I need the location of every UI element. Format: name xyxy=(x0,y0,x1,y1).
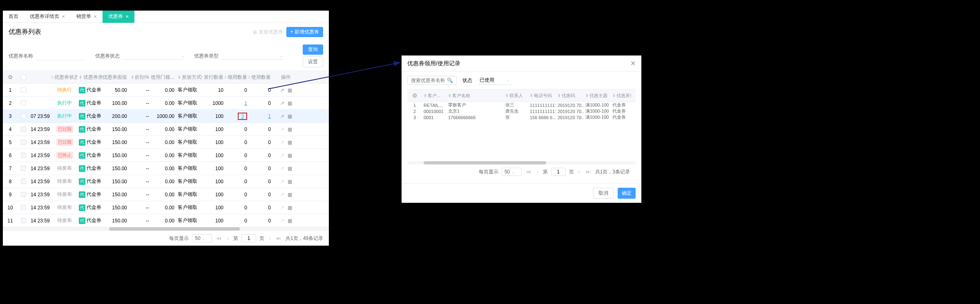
table-row[interactable]: 1 待执行 代代金券 50.00 -- 0.00 客户领取 10 0 0 ↗ ▦ xyxy=(3,84,329,97)
tab[interactable]: 优惠券详情页✕ xyxy=(24,11,71,23)
table-row[interactable]: 6 14 23:59 已终止 代代金券 150.00 -- 0.00 客户领取 … xyxy=(3,149,329,162)
settings-button[interactable]: 设置 xyxy=(303,56,323,67)
page-size-select[interactable]: 50 ⌄ xyxy=(502,168,522,176)
share-icon[interactable]: ↗ xyxy=(280,87,284,93)
sort-icon[interactable]: ▲▼ xyxy=(131,75,134,79)
use-count-link[interactable]: 1 xyxy=(268,113,271,119)
receive-count-link[interactable]: 1 xyxy=(244,100,247,106)
qrcode-icon[interactable]: ▦ xyxy=(288,140,292,145)
sort-icon[interactable]: ▲▼ xyxy=(424,93,427,98)
close-icon[interactable]: ✕ xyxy=(630,60,636,67)
table-row[interactable]: 9 14 23:59 待发布 代代金券 150.00 -- 0.00 客户领取 … xyxy=(3,188,329,201)
cell-use: 0 xyxy=(249,192,272,197)
next-page-button[interactable]: › xyxy=(268,235,272,241)
cell-issue: 100 xyxy=(201,205,225,211)
row-checkbox[interactable] xyxy=(21,100,26,106)
filter-type-select[interactable]: ⌄ xyxy=(222,52,283,60)
sort-icon[interactable]: ▲▼ xyxy=(178,75,181,79)
sort-icon[interactable]: ▲▼ xyxy=(79,75,82,79)
confirm-button[interactable]: 确定 xyxy=(618,188,636,199)
sort-icon[interactable]: ▲▼ xyxy=(585,93,589,98)
qrcode-icon[interactable]: ▦ xyxy=(288,192,292,197)
cell-time: 14 23:59 xyxy=(29,126,52,132)
sort-icon[interactable]: ▲▼ xyxy=(249,75,250,79)
first-page-button[interactable]: ⏮ xyxy=(215,235,223,241)
query-button[interactable]: 查询 xyxy=(303,44,323,55)
prev-page-button[interactable]: ‹ xyxy=(226,235,230,241)
sort-icon[interactable]: ▲▼ xyxy=(612,93,616,98)
tab[interactable]: 优惠券✕ xyxy=(103,11,134,23)
cell-discount: -- xyxy=(129,218,151,224)
page-size-select[interactable]: 50 ⌄ xyxy=(192,234,212,242)
qrcode-icon[interactable]: ▦ xyxy=(288,87,292,93)
select-all-checkbox[interactable] xyxy=(21,75,26,80)
cell-receive: 0 xyxy=(225,218,249,224)
search-icon[interactable]: 🔍 xyxy=(447,78,453,83)
table-row[interactable]: 8 14 23:59 待发布 代代金券 150.00 -- 0.00 客户领取 … xyxy=(3,175,329,188)
tab[interactable]: 首页 xyxy=(3,11,24,23)
horizontal-scrollbar[interactable] xyxy=(407,161,636,164)
gear-icon[interactable]: ⚙ xyxy=(8,74,13,80)
next-page-button[interactable]: › xyxy=(577,169,581,175)
qrcode-icon[interactable]: ▦ xyxy=(288,126,292,132)
cell-value: 150.00 xyxy=(103,126,129,132)
sort-icon[interactable]: ▲▼ xyxy=(225,75,227,79)
status-badge: 待执行 xyxy=(57,87,72,93)
sort-icon[interactable]: ▲▼ xyxy=(558,93,561,98)
filter-row: 优惠券名称 优惠券状态 ⌄ 优惠券类型 ⌄ 查询 设置 xyxy=(3,41,329,71)
cell-time: 14 23:59 xyxy=(29,153,52,158)
last-page-button[interactable]: ⏭ xyxy=(275,235,282,241)
row-index: 2 xyxy=(407,108,422,114)
qrcode-icon[interactable]: ▦ xyxy=(288,218,292,224)
page-input[interactable] xyxy=(241,234,256,242)
sort-icon[interactable]: ▲▼ xyxy=(448,93,451,98)
status-filter-select[interactable]: 已使用 ⌄ xyxy=(478,76,511,85)
gear-icon[interactable]: ⚙ xyxy=(412,92,417,99)
table-row[interactable]: 5 14 23:59 已过期 代代金券 150.00 -- 0.00 客户领取 … xyxy=(3,136,329,149)
cancel-button[interactable]: 取消 xyxy=(593,188,614,199)
status-badge: 已过期 xyxy=(56,139,73,146)
receive-count-link[interactable]: 3 xyxy=(241,113,244,119)
qrcode-icon[interactable]: ▦ xyxy=(288,179,292,184)
qrcode-icon[interactable]: ▦ xyxy=(288,166,292,171)
close-icon[interactable]: ✕ xyxy=(94,14,97,19)
table-row[interactable]: 3 0001 17666666666 张 156 6666 6... 20191… xyxy=(407,114,636,120)
qrcode-icon[interactable]: ▦ xyxy=(288,113,292,119)
tab[interactable]: 销货单✕ xyxy=(71,11,103,23)
close-icon[interactable]: ✕ xyxy=(62,14,65,19)
cell-method: 客户领取 xyxy=(176,204,201,211)
last-page-button[interactable]: ⏭ xyxy=(585,169,592,175)
cell-phone: 156 6666 6... xyxy=(528,114,556,120)
sort-icon[interactable]: ▲▼ xyxy=(52,75,54,79)
table-row[interactable]: 10 14 23:59 待发布 代代金券 150.00 -- 0.00 客户领取… xyxy=(3,201,329,214)
table-row[interactable]: 11 14 23:59 待发布 代代金券 150.00 -- 0.00 客户领取… xyxy=(3,214,329,227)
qrcode-icon[interactable]: ▦ xyxy=(288,153,292,158)
share-icon[interactable]: ↗ xyxy=(280,100,284,106)
first-page-button[interactable]: ⏮ xyxy=(525,169,532,175)
close-icon[interactable]: ✕ xyxy=(125,14,129,19)
qrcode-icon[interactable]: ▦ xyxy=(288,205,292,211)
share-icon[interactable]: ↗ xyxy=(280,113,284,119)
cell-method: 客户领取 xyxy=(176,178,201,185)
table-row[interactable]: 4 14 23:59 已过期 代代金券 150.00 -- 0.00 客户领取 … xyxy=(3,123,329,136)
sort-icon[interactable]: ▲▼ xyxy=(505,93,509,98)
table-row[interactable]: 7 14 23:59 待发布 代代金券 150.00 -- 0.00 客户领取 … xyxy=(3,162,329,175)
horizontal-scrollbar[interactable] xyxy=(3,227,329,231)
row-index: 3 xyxy=(407,114,422,120)
filter-name-input[interactable] xyxy=(36,52,85,60)
qrcode-icon[interactable]: ▦ xyxy=(288,100,292,106)
filter-status-select[interactable]: ⌄ xyxy=(123,52,184,60)
table-row[interactable]: 2 00010001 北京1 唐先生 11111111111 2019120 7… xyxy=(407,108,636,114)
sort-icon[interactable]: ▲▼ xyxy=(530,93,533,98)
sort-icon[interactable]: ▲▼ xyxy=(201,75,203,79)
table-row[interactable]: 2 执行中 代代金券 100.00 -- 0.00 客户领取 1000 1 0 … xyxy=(3,97,329,110)
search-input[interactable] xyxy=(411,78,444,83)
cell-receive: 1 xyxy=(225,100,249,106)
add-coupon-button[interactable]: + 新增优惠券 xyxy=(286,27,323,37)
table-row[interactable]: 1 RETAIL... 零散客户 张三 11111111111 2019120 … xyxy=(407,102,636,108)
row-checkbox[interactable] xyxy=(21,87,26,93)
prev-page-button[interactable]: ‹ xyxy=(536,169,540,175)
table-row[interactable]: 3 07 23:59 执行中 代代金券 200.00 -- 1000.00 客户… xyxy=(3,110,329,123)
page-input[interactable] xyxy=(551,168,566,176)
row-checkbox[interactable] xyxy=(21,113,26,119)
